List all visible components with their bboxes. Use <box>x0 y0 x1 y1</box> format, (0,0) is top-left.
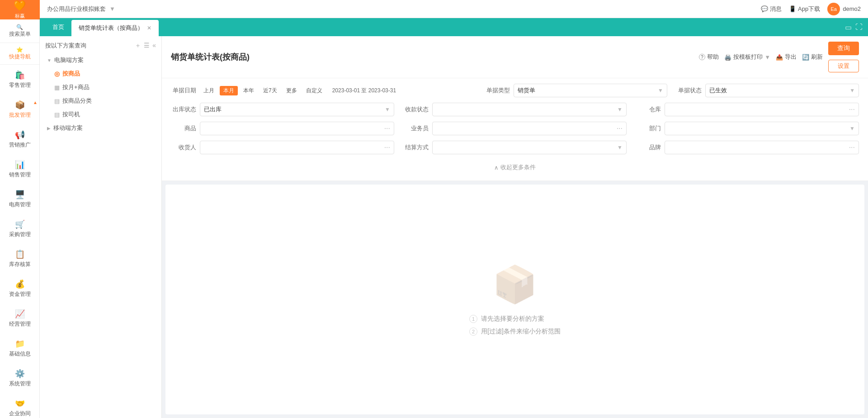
tree-node-mobile[interactable]: ▶ 移动端方案 <box>40 121 161 135</box>
message-button[interactable]: 💬 消息 <box>761 5 782 13</box>
salesperson-dots-icon[interactable]: ··· <box>617 124 623 133</box>
tip-num-1: 1 <box>469 315 477 323</box>
date-tab-more[interactable]: 更多 <box>283 86 301 95</box>
empty-tip-1: 1 请先选择要分析的方案 <box>469 315 561 323</box>
topbar: 办公用品行业模拟账套 ▼ 💬 消息 📱 App下载 Ea demo2 <box>40 0 868 18</box>
date-tab-last-7days[interactable]: 近7天 <box>259 86 281 95</box>
recipient-control[interactable]: ··· <box>200 141 394 154</box>
help-button[interactable]: ? 帮助 <box>699 53 719 61</box>
out-status-control[interactable]: 已出库 ▼ <box>200 103 394 116</box>
sidebar-item-finance[interactable]: 💰 资金管理 <box>0 274 39 304</box>
payment-control[interactable]: ▼ <box>432 141 627 154</box>
sidebar-item-basic[interactable]: 📁 基础信息 <box>0 333 39 363</box>
setting-button[interactable]: 设置 <box>828 60 859 72</box>
sidebar-item-enterprise[interactable]: 🤝 企业协同 <box>0 393 39 418</box>
sidebar-item-system[interactable]: ⚙️ 系统管理 <box>0 363 39 393</box>
sidebar-item-sales[interactable]: 📊 销售管理 <box>0 154 39 184</box>
category-icon: ▤ <box>54 98 60 104</box>
tree-child-by-printer[interactable]: ▤ 按司机 <box>40 108 161 121</box>
sidebar-item-label: 零售管理 <box>9 81 31 89</box>
add-scheme-icon[interactable]: ＋ <box>135 42 141 50</box>
collapse-panel-icon[interactable]: « <box>152 42 156 50</box>
maximize-icon[interactable]: ⛶ <box>855 23 863 31</box>
out-status-chevron-icon: ▼ <box>385 106 390 113</box>
type-control[interactable]: 销货单 ▼ <box>514 84 667 97</box>
export-button[interactable]: 📤 导出 <box>776 53 797 61</box>
app-download-button[interactable]: 📱 App下载 <box>789 5 820 13</box>
finance-icon: 💰 <box>15 279 25 289</box>
filter-payment: 结算方式 ▼ <box>403 141 627 154</box>
purchase-icon: 🛒 <box>15 219 25 229</box>
logo-text: 标赢 <box>15 13 25 19</box>
tree-arrow-icon: ▼ <box>47 58 52 63</box>
user-profile[interactable]: Ea demo2 <box>827 3 861 15</box>
sidebar-item-marketing[interactable]: 📢 营销推广 <box>0 124 39 154</box>
sidebar-item-label: 营销推广 <box>9 141 31 149</box>
quick-nav[interactable]: ⭐ 快捷导航 <box>0 43 39 65</box>
status-value: 已生效 <box>709 86 727 95</box>
filter-recipient: 收货人 ··· <box>171 141 394 154</box>
tree-child-by-category[interactable]: ▤ 按商品分类 <box>40 94 161 108</box>
type-chevron-icon: ▼ <box>658 87 663 94</box>
tab-sales-stat[interactable]: 销货单统计表（按商品） ✕ <box>71 20 159 36</box>
sidebar-item-label: 批发管理 <box>9 111 31 119</box>
status-control[interactable]: 已生效 ▼ <box>705 84 859 97</box>
sidebar-item-retail[interactable]: 🛍️ 零售管理 <box>0 65 39 95</box>
refresh-button[interactable]: 🔄 刷新 <box>802 53 823 61</box>
retail-icon: 🛍️ <box>15 70 25 80</box>
refresh-icon: 🔄 <box>802 54 809 61</box>
warehouse-control[interactable]: ··· <box>665 103 859 116</box>
payment-chevron-icon: ▼ <box>617 144 623 151</box>
tab-close-icon[interactable]: ✕ <box>147 25 151 31</box>
sales-icon: 📊 <box>15 160 25 170</box>
payment-label: 结算方式 <box>403 143 429 152</box>
sidebar-item-wholesale[interactable]: 📦 批发管理 ▲ <box>0 95 39 124</box>
date-tab-last-month[interactable]: 上月 <box>200 86 218 95</box>
breadcrumb-chevron[interactable]: ▼ <box>109 5 115 12</box>
print-button[interactable]: 🖨️ 按模板打印 ▼ <box>724 53 770 61</box>
empty-state: 📦 1 请先选择要分析的方案 2 用[过滤]条件来缩小分析范围 <box>165 185 864 414</box>
empty-tips: 1 请先选择要分析的方案 2 用[过滤]条件来缩小分析范围 <box>469 315 561 336</box>
enterprise-icon: 🤝 <box>15 399 25 408</box>
brand-control[interactable]: ··· <box>665 141 859 154</box>
product-control[interactable]: ··· <box>200 122 394 135</box>
star-icon: ⭐ <box>16 47 23 53</box>
topbar-right: 💬 消息 📱 App下载 Ea demo2 <box>761 3 861 15</box>
date-tab-current-month[interactable]: 本月 <box>220 86 238 95</box>
manage-scheme-icon[interactable]: ☰ <box>144 42 150 50</box>
warehouse-dots-icon[interactable]: ··· <box>849 105 855 114</box>
logo-icon: 🧡 <box>14 0 26 12</box>
tab-home[interactable]: 首页 <box>45 18 71 36</box>
minimize-icon[interactable]: ▭ <box>845 23 852 32</box>
sidebar-item-label: 系统管理 <box>9 380 31 388</box>
salesperson-control[interactable]: ··· <box>432 122 627 135</box>
recipient-dots-icon[interactable]: ··· <box>384 143 390 152</box>
collapse-filters-button[interactable]: ∧ 收起更多条件 <box>171 160 859 175</box>
query-button[interactable]: 查询 <box>828 42 859 55</box>
sidebar: 🧡 标赢 🔍 搜索菜单 ⭐ 快捷导航 🛍️ 零售管理 📦 批发管理 ▲ 📢 营销… <box>0 0 40 418</box>
tree-child-by-product[interactable]: ◎ 按商品 <box>40 67 161 81</box>
avatar-text: Ea <box>831 6 837 12</box>
tree-node-pc[interactable]: ▼ 电脑端方案 <box>40 53 161 67</box>
tree-node-pc-label: 电脑端方案 <box>54 56 84 64</box>
ecommerce-icon: 🖥️ <box>15 190 25 200</box>
date-tab-current-year[interactable]: 本年 <box>240 86 258 95</box>
print-icon: 🖨️ <box>724 54 731 61</box>
sidebar-item-purchase[interactable]: 🛒 采购管理 <box>0 214 39 244</box>
active-product-icon: ◎ <box>54 70 60 77</box>
date-tab-custom[interactable]: 自定义 <box>302 86 326 95</box>
sidebar-item-ecommerce[interactable]: 🖥️ 电商管理 <box>0 184 39 214</box>
sidebar-item-inventory[interactable]: 📋 库存核算 <box>0 244 39 274</box>
breadcrumb-text: 办公用品行业模拟账套 <box>47 5 106 13</box>
brand-dots-icon[interactable]: ··· <box>849 143 855 152</box>
search-menu[interactable]: 🔍 搜索菜单 <box>0 19 39 43</box>
empty-tip-2: 2 用[过滤]条件来缩小分析范围 <box>469 328 561 336</box>
tree-child-by-month-product[interactable]: ▦ 按月+商品 <box>40 81 161 94</box>
dept-control[interactable]: ▼ <box>665 122 859 135</box>
receipt-status-control[interactable]: ▼ <box>432 103 627 116</box>
tab-home-label: 首页 <box>52 23 64 31</box>
tree-child-by-printer-label: 按司机 <box>62 110 80 119</box>
collapse-label: 收起更多条件 <box>500 163 536 171</box>
product-dots-icon[interactable]: ··· <box>384 124 390 133</box>
sidebar-item-operations[interactable]: 📈 经营管理 <box>0 304 39 333</box>
